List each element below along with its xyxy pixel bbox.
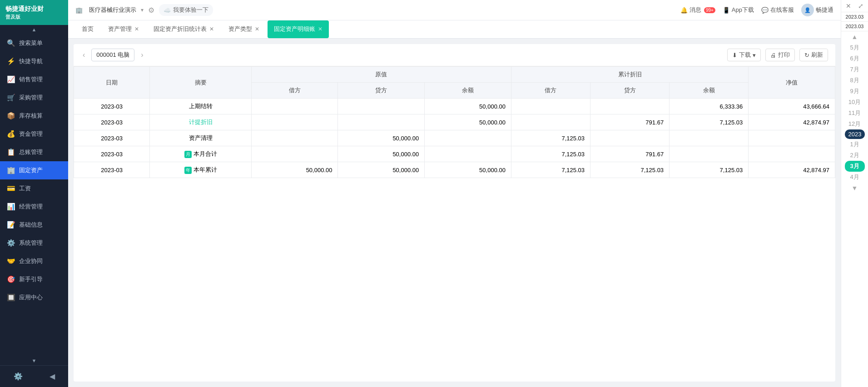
asset-prev-btn[interactable]: ‹ bbox=[81, 50, 87, 60]
sidebar-item-system[interactable]: ⚙️ 系统管理 bbox=[0, 234, 68, 252]
sidebar-item-apps[interactable]: 🔲 应用中心 bbox=[0, 288, 68, 307]
timeline-month-10月[interactable]: 10月 bbox=[845, 97, 865, 108]
table-row: 2023-03 资产清理 50,000.00 7,125.03 bbox=[74, 130, 835, 146]
tab-close-asset-type[interactable]: ✕ bbox=[255, 26, 259, 32]
sidebar-item-coop[interactable]: 🤝 企业协同 bbox=[0, 252, 68, 270]
sidebar-scroll-down[interactable]: ▼ bbox=[0, 356, 68, 365]
timeline-month-12月[interactable]: 12月 bbox=[845, 119, 865, 129]
tab-asset-mgmt[interactable]: 资产管理✕ bbox=[102, 20, 145, 38]
inventory-icon: 📦 bbox=[6, 112, 15, 120]
user-avatar: 👤 bbox=[801, 4, 814, 16]
row-badge: 月 bbox=[184, 151, 192, 158]
guide-icon: 🎯 bbox=[6, 275, 15, 283]
tab-home[interactable]: 首页 bbox=[75, 20, 100, 38]
cell-orig-credit bbox=[338, 99, 425, 114]
company-icon: 🏢 bbox=[75, 7, 83, 14]
sidebar-scroll-up[interactable]: ▲ bbox=[0, 25, 68, 34]
timeline-month-2月[interactable]: 2月 bbox=[845, 150, 865, 161]
table-row: 2023-03 月本月合计 50,000.00 7,125.03 791.67 bbox=[74, 146, 835, 162]
sidebar-item-basic[interactable]: 📝 基础信息 bbox=[0, 216, 68, 234]
timeline-month-4月[interactable]: 4月 bbox=[845, 172, 865, 183]
timeline-month-7月[interactable]: 7月 bbox=[845, 64, 865, 75]
refresh-btn[interactable]: ↻ 刷新 bbox=[799, 49, 828, 61]
cell-net-value: 43,666.64 bbox=[749, 99, 835, 114]
tab-close-depreciation-table[interactable]: ✕ bbox=[209, 26, 214, 32]
col-net-value: 净值 bbox=[749, 67, 835, 99]
search-icon: 🔍 bbox=[6, 39, 15, 47]
timeline-month-6月[interactable]: 6月 bbox=[845, 53, 865, 64]
timeline-year-badge[interactable]: 2023 bbox=[845, 129, 865, 139]
timeline-month-8月[interactable]: 8月 bbox=[845, 75, 865, 86]
tab-asset-detail[interactable]: 固定资产明细账✕ bbox=[268, 20, 329, 38]
tab-depreciation-table[interactable]: 固定资产折旧统计表✕ bbox=[147, 20, 220, 38]
sidebar-item-salary[interactable]: 💳 工资 bbox=[0, 179, 68, 198]
cell-summary: 月本月合计 bbox=[150, 146, 251, 162]
sidebar-item-inventory[interactable]: 📦 库存核算 bbox=[0, 107, 68, 125]
timeline-top-date2: 2023.03 bbox=[841, 22, 868, 31]
download-arrow: ▾ bbox=[753, 52, 756, 59]
timeline-month-11月[interactable]: 11月 bbox=[845, 108, 865, 119]
topbar-settings-icon[interactable]: ⚙ bbox=[148, 6, 154, 15]
cell-net-value bbox=[749, 146, 835, 162]
notifications-btn[interactable]: 🔔 消息 99+ bbox=[680, 6, 715, 14]
timeline-month-3月[interactable]: 3月 bbox=[845, 161, 865, 172]
collapse-icon[interactable]: ◀ bbox=[46, 370, 59, 382]
asset-code-tag: 000001 电脑 bbox=[91, 49, 134, 61]
download-icon: 📱 bbox=[723, 7, 730, 14]
download-btn[interactable]: ⬇ 下载 ▾ bbox=[727, 49, 761, 61]
sidebar-item-fixed[interactable]: 🏢 固定资产 bbox=[0, 161, 68, 179]
sidebar-item-purchase[interactable]: 🛒 采购管理 bbox=[0, 89, 68, 107]
cell-summary[interactable]: 计提折旧 bbox=[150, 114, 251, 130]
cell-orig-balance: 50,000.00 bbox=[425, 114, 511, 130]
experience-btn[interactable]: ☁️ 我要体验一下 bbox=[159, 4, 213, 16]
cell-dep-credit: 7,125.03 bbox=[590, 162, 670, 178]
timeline-nav-up[interactable]: ▲ bbox=[849, 31, 860, 42]
close-panel-icon[interactable]: ✕ bbox=[846, 2, 851, 10]
sidebar-item-capital[interactable]: 💰 资金管理 bbox=[0, 125, 68, 143]
cell-summary: 资产清理 bbox=[150, 130, 251, 146]
sidebar-label-nav: 快捷导航 bbox=[19, 57, 43, 65]
tab-asset-type[interactable]: 资产类型✕ bbox=[222, 20, 266, 38]
company-arrow[interactable]: ▾ bbox=[141, 7, 144, 13]
expand-panel-icon[interactable]: ⤢ bbox=[858, 2, 863, 10]
timeline-month-9月[interactable]: 9月 bbox=[845, 86, 865, 97]
print-btn[interactable]: 🖨 打印 bbox=[765, 49, 795, 61]
sidebar-item-search[interactable]: 🔍 搜索菜单 bbox=[0, 34, 68, 52]
experience-emoji: ☁️ bbox=[164, 7, 171, 14]
sidebar-label-apps: 应用中心 bbox=[19, 293, 43, 302]
sidebar-item-operations[interactable]: 📊 经营管理 bbox=[0, 198, 68, 216]
salary-icon: 💳 bbox=[6, 184, 15, 193]
sidebar-item-sales[interactable]: 📈 销售管理 bbox=[0, 70, 68, 89]
timeline-month-5月[interactable]: 5月 bbox=[845, 42, 865, 53]
cell-orig-credit: 50,000.00 bbox=[338, 162, 425, 178]
experience-label: 我要体验一下 bbox=[173, 6, 208, 14]
timeline-month-1月[interactable]: 1月 bbox=[845, 139, 865, 150]
refresh-icon: ↻ bbox=[804, 52, 809, 59]
sidebar-label-inventory: 库存核算 bbox=[19, 112, 43, 120]
topbar: 🏢 医疗器械行业演示 ▾ ⚙ ☁️ 我要体验一下 🔔 消息 99+ 📱 App下… bbox=[68, 0, 841, 20]
notifications-badge: 99+ bbox=[704, 7, 715, 13]
cell-net-value: 42,874.97 bbox=[749, 162, 835, 178]
coop-icon: 🤝 bbox=[6, 257, 15, 265]
cell-orig-debit bbox=[251, 114, 338, 130]
col-summary: 摘要 bbox=[150, 67, 251, 99]
sidebar-label-salary: 工资 bbox=[19, 184, 31, 193]
col-dep-credit: 贷方 bbox=[590, 83, 670, 99]
sidebar-item-nav[interactable]: ⚡ 快捷导航 bbox=[0, 52, 68, 70]
asset-next-btn[interactable]: › bbox=[139, 50, 145, 60]
table-row: 2023-03 年本年累计 50,000.00 50,000.00 50,000… bbox=[74, 162, 835, 178]
sidebar-label-coop: 企业协同 bbox=[19, 257, 43, 265]
refresh-label: 刷新 bbox=[811, 51, 823, 59]
nav-icon: ⚡ bbox=[6, 57, 15, 65]
tab-close-asset-mgmt[interactable]: ✕ bbox=[134, 26, 139, 32]
customer-service-btn[interactable]: 💬 在线客服 bbox=[761, 6, 794, 14]
user-area[interactable]: 👤 畅捷通 bbox=[801, 4, 833, 16]
tab-close-asset-detail[interactable]: ✕ bbox=[318, 26, 322, 32]
timeline-nav-down[interactable]: ▼ bbox=[849, 183, 860, 194]
cell-date: 2023-03 bbox=[74, 146, 150, 162]
sidebar-item-ledger[interactable]: 📋 总账管理 bbox=[0, 143, 68, 161]
download-btn[interactable]: 📱 App下载 bbox=[723, 6, 754, 14]
settings-icon[interactable]: ⚙️ bbox=[10, 370, 26, 382]
cell-date: 2023-03 bbox=[74, 114, 150, 130]
sidebar-item-guide[interactable]: 🎯 新手引导 bbox=[0, 270, 68, 288]
